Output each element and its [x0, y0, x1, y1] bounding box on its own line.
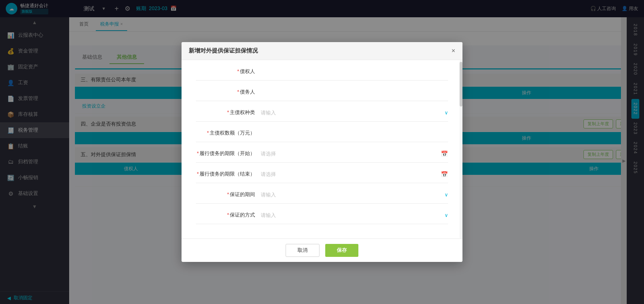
credit-type-wrapper: ∨ — [261, 108, 448, 117]
form-label-period-end: *履行债务的期限（结束） — [196, 171, 261, 177]
save-button[interactable]: 保存 — [325, 244, 358, 257]
modal-header: 新增对外提供保证担保情况 × — [182, 42, 462, 60]
credit-type-chevron-icon[interactable]: ∨ — [444, 110, 448, 115]
modal-title: 新增对外提供保证担保情况 — [189, 47, 258, 55]
period-end-input[interactable] — [261, 170, 441, 178]
modal-overlay: 新增对外提供保证担保情况 × *债权人 *债务人 * — [0, 0, 644, 304]
modal-body: *债权人 *债务人 *主债权种类 ∨ — [182, 60, 462, 239]
guarantee-period-input[interactable] — [261, 190, 442, 199]
period-start-wrapper: 📅 — [261, 149, 448, 158]
cancel-button[interactable]: 取消 — [286, 244, 319, 257]
modal-scrollbar[interactable] — [460, 60, 462, 239]
period-end-calendar-icon[interactable]: 📅 — [441, 171, 448, 178]
period-start-calendar-icon[interactable]: 📅 — [441, 150, 448, 157]
debtor-input[interactable] — [261, 88, 448, 96]
form-label-period-start: *履行债务的期限（开始） — [196, 150, 261, 157]
form-row-debtor: *债务人 — [196, 88, 448, 101]
guarantee-period-wrapper: ∨ — [261, 190, 448, 199]
creditor-input[interactable] — [261, 67, 448, 76]
period-end-wrapper: 📅 — [261, 170, 448, 178]
credit-type-input[interactable] — [261, 108, 442, 117]
form-label-guarantee-method: *保证的方式 — [196, 212, 261, 218]
form-row-guarantee-period: *保证的期间 ∨ — [196, 190, 448, 204]
period-start-input[interactable] — [261, 149, 441, 158]
form-row-period-start: *履行债务的期限（开始） 📅 — [196, 149, 448, 163]
modal-scrollbar-thumb — [460, 62, 462, 106]
guarantee-method-chevron-icon[interactable]: ∨ — [444, 212, 448, 218]
form-row-credit-amount: *主债权数额（万元） — [196, 129, 448, 142]
form-row-credit-type: *主债权种类 ∨ — [196, 108, 448, 122]
credit-amount-input[interactable] — [261, 129, 448, 137]
guarantee-method-wrapper: ∨ — [261, 211, 448, 219]
form-label-creditor: *债权人 — [196, 68, 261, 75]
form-row-guarantee-method: *保证的方式 ∨ — [196, 211, 448, 224]
form-label-debtor: *债务人 — [196, 89, 261, 95]
form-label-guarantee-period: *保证的期间 — [196, 191, 261, 198]
form-label-credit-type: *主债权种类 — [196, 109, 261, 116]
guarantee-method-input[interactable] — [261, 211, 442, 219]
modal-footer: 取消 保存 — [182, 239, 462, 262]
form-label-credit-amount: *主债权数额（万元） — [196, 130, 261, 136]
guarantee-period-chevron-icon[interactable]: ∨ — [444, 192, 448, 198]
modal-close-button[interactable]: × — [451, 47, 455, 55]
form-row-creditor: *债权人 — [196, 67, 448, 81]
form-row-period-end: *履行债务的期限（结束） 📅 — [196, 170, 448, 183]
modal-dialog: 新增对外提供保证担保情况 × *债权人 *债务人 * — [182, 42, 462, 262]
